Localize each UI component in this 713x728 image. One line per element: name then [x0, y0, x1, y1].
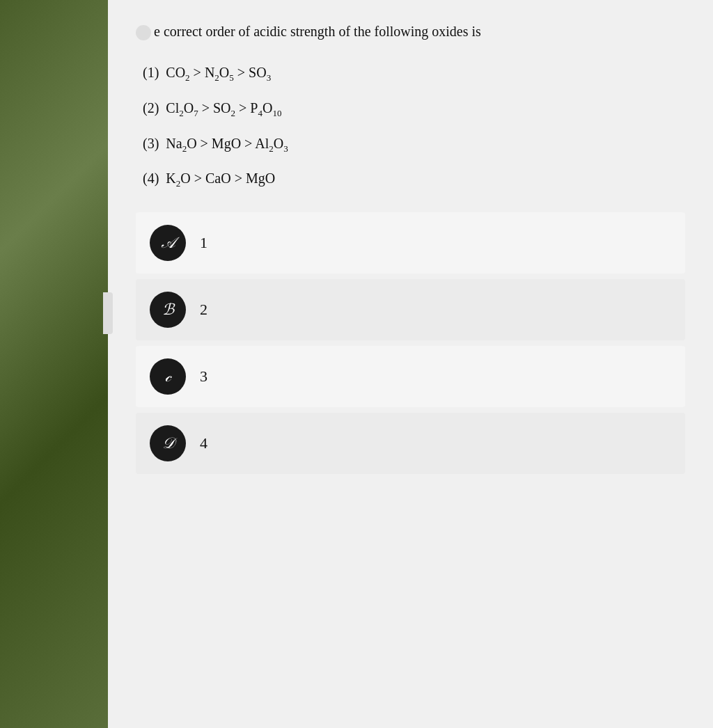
option-2: (2) Cl2O7 > SO2 > P4O10 — [143, 97, 685, 121]
answer-row-d[interactable]: 𝒟 4 — [136, 413, 685, 474]
circle-indicator — [136, 25, 151, 40]
answer-row-a[interactable]: 𝒜 1 — [136, 212, 685, 274]
question-text: e correct order of acidic strength of th… — [136, 21, 685, 42]
answer-label-b: 2 — [200, 301, 207, 319]
answer-label-d: 4 — [200, 434, 207, 452]
answer-label-c: 3 — [200, 367, 207, 386]
badge-c[interactable]: 𝒸 — [150, 358, 186, 395]
left-tab — [103, 292, 113, 334]
answer-options: 𝒜 1 ℬ 2 𝒸 3 𝒟 4 — [136, 212, 685, 474]
badge-a[interactable]: 𝒜 — [150, 225, 186, 261]
answer-row-b[interactable]: ℬ 2 — [136, 279, 685, 340]
answer-label-a: 1 — [200, 234, 207, 252]
bg-texture — [0, 0, 111, 728]
option-1: (1) CO2 > N2O5 > SO3 — [143, 61, 685, 86]
question-card: e correct order of acidic strength of th… — [108, 0, 713, 728]
badge-d[interactable]: 𝒟 — [150, 425, 186, 461]
answer-row-c[interactable]: 𝒸 3 — [136, 346, 685, 407]
badge-b[interactable]: ℬ — [150, 292, 186, 328]
option-4: (4) K2O > CaO > MgO — [143, 167, 685, 191]
options-list: (1) CO2 > N2O5 > SO3 (2) Cl2O7 > SO2 > P… — [143, 61, 685, 191]
option-3: (3) Na2O > MgO > Al2O3 — [143, 132, 685, 157]
